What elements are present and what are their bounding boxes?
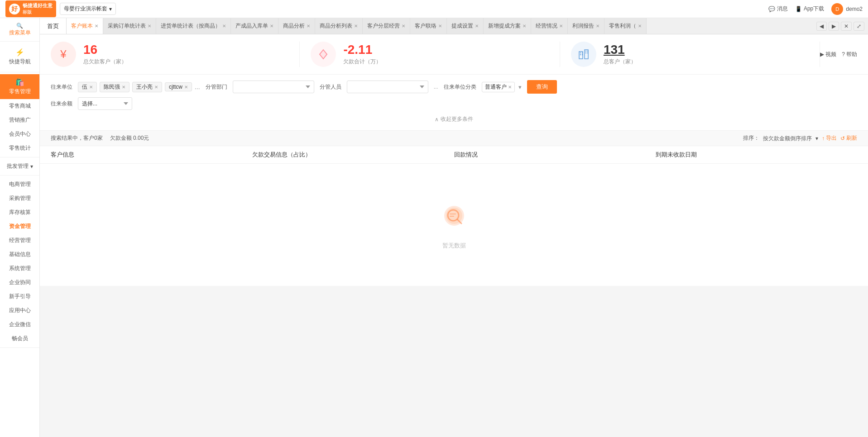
table-empty-state: 暂无数据 — [40, 164, 868, 286]
tab-maximize-btn[interactable]: ⤢ — [854, 22, 864, 31]
unit-tag-more[interactable]: ... — [195, 83, 200, 90]
refresh-icon: ↺ — [840, 135, 845, 142]
unit-tag-wang[interactable]: 王小亮 ✕ — [132, 82, 162, 92]
unit-tag-cjttcw[interactable]: cjttcw ✕ — [165, 82, 192, 91]
dept-filter-select[interactable] — [233, 81, 314, 93]
sidebar-item-basic[interactable]: 基础信息 — [0, 247, 39, 261]
chevron-down-icon[interactable]: ▾ — [518, 84, 522, 90]
sidebar-item-enterprise[interactable]: 企业协同 — [0, 276, 39, 290]
col-repayment: 回款情况 — [454, 151, 656, 159]
tab-customer-contact[interactable]: 客户联络 ✕ — [410, 18, 447, 34]
tag-close-icon[interactable]: ✕ — [184, 85, 188, 90]
message-btn[interactable]: 💬 消息 — [768, 5, 788, 13]
balance-filter-select[interactable]: 选择... — [78, 97, 132, 110]
tab-customer-account[interactable]: 客户账本 ✕ — [67, 18, 103, 34]
svg-rect-4 — [580, 52, 581, 53]
sidebar-item-wechat[interactable]: 企业微信 — [0, 318, 39, 332]
tab-prev-btn[interactable]: ◀ — [816, 22, 827, 31]
unit-class-filter-label: 往来单位分类 — [444, 83, 476, 91]
tab-close-icon[interactable]: ✕ — [148, 24, 151, 28]
sidebar-item-inventory[interactable]: 库存核算 — [0, 205, 39, 219]
tag-close-icon[interactable]: ✕ — [154, 85, 158, 90]
unit-tag-wu[interactable]: 伍 ✕ — [78, 82, 97, 92]
collapse-filter-btn[interactable]: ∧ 收起更多条件 — [51, 114, 857, 125]
tab-profit-report[interactable]: 利润报告 ✕ — [568, 18, 604, 34]
col-customer-info: 客户信息 — [51, 151, 252, 159]
export-button[interactable]: ↑ 导出 — [822, 134, 837, 142]
sidebar-item-zero-retail[interactable]: 🛍️ 零售管理 — [0, 74, 39, 99]
export-icon: ↑ — [822, 135, 825, 142]
tab-close-icon[interactable]: ✕ — [596, 24, 599, 28]
customer-type-tag[interactable]: 普通客户 ✕ — [482, 82, 515, 92]
tab-close-icon[interactable]: ✕ — [638, 24, 642, 28]
sidebar-item-operation[interactable]: 经营管理 — [0, 233, 39, 247]
sidebar-item-quick-nav[interactable]: ⚡ 快捷导航 — [0, 44, 39, 69]
svg-rect-6 — [585, 51, 586, 52]
main-layout: 🔍 搜索菜单 ⚡ 快捷导航 🛍️ 零售管理 零售商城 营销推广 会员中心 — [0, 18, 868, 437]
person-filter-more[interactable]: ... — [434, 84, 438, 90]
customer-type-close-icon[interactable]: ✕ — [508, 85, 512, 90]
tab-biz-situation[interactable]: 经营情况 ✕ — [531, 18, 568, 34]
tab-close-icon[interactable]: ✕ — [559, 24, 563, 28]
filter-area: 往来单位 伍 ✕ 陈民强 ✕ 王小亮 ✕ — [40, 75, 868, 131]
app-download-btn[interactable]: 📱 App下载 — [795, 5, 824, 13]
tab-close-icon[interactable]: ✕ — [354, 24, 358, 28]
chevron-down-icon: ▾ — [815, 135, 818, 142]
tab-commission-setting[interactable]: 提成设置 ✕ — [447, 18, 484, 34]
tab-close-all-btn[interactable]: ✕ — [841, 22, 852, 31]
tab-home[interactable]: 首页 — [40, 18, 67, 34]
empty-text: 暂无数据 — [442, 242, 466, 250]
result-bar: 搜索结果中，客户0家 欠款金额 0.00元 排序： 按欠款金额倒序排序 ▾ ↑ … — [40, 131, 868, 146]
tab-close-icon[interactable]: ✕ — [438, 24, 442, 28]
person-filter-select[interactable] — [347, 81, 428, 93]
tag-close-icon[interactable]: ✕ — [122, 85, 125, 90]
sidebar-item-ecom[interactable]: 电商管理 — [0, 177, 39, 191]
sidebar-item-system[interactable]: 系统管理 — [0, 261, 39, 276]
sidebar-search[interactable]: 🔍 搜索菜单 — [0, 18, 39, 42]
store-selector[interactable]: 母婴行业演示帐套 ▾ — [60, 3, 116, 15]
sidebar-item-zero-stat[interactable]: 零售统计 — [0, 141, 39, 155]
tab-product-analysis-list[interactable]: 商品分析列表 ✕ — [315, 18, 363, 34]
sidebar-item-appstore[interactable]: 应用中心 — [0, 304, 39, 318]
tab-close-icon[interactable]: ✕ — [222, 24, 226, 28]
sidebar-item-member[interactable]: 会员中心 — [0, 127, 39, 141]
tab-close-icon[interactable]: ✕ — [270, 24, 273, 28]
sidebar-item-purchase[interactable]: 采购管理 — [0, 191, 39, 205]
svg-rect-9 — [582, 54, 583, 55]
sidebar-item-batch[interactable]: 批发管理 ▾ — [0, 159, 39, 173]
stat-item-total-customers: 131 总客户（家） — [560, 42, 820, 67]
diamond-icon-svg — [317, 48, 330, 61]
building-icon-svg — [577, 48, 590, 61]
sidebar-item-vip[interactable]: 畅会员 — [0, 332, 39, 346]
sort-select[interactable]: 按欠款金额倒序排序 — [763, 135, 812, 142]
tag-close-icon[interactable]: ✕ — [89, 85, 93, 90]
tab-close-icon[interactable]: ✕ — [95, 24, 98, 28]
page-tools: ▶ 视频 ? 帮助 — [820, 51, 857, 58]
svg-rect-11 — [587, 52, 588, 53]
sidebar-item-marketing[interactable]: 营销推广 — [0, 113, 39, 127]
tab-new-commission[interactable]: 新增提成方案 ✕ — [484, 18, 531, 34]
tab-inbound-stat[interactable]: 进货单统计表（按商品） ✕ — [156, 18, 231, 34]
refresh-button[interactable]: ↺ 刷新 — [840, 134, 857, 142]
video-btn[interactable]: ▶ 视频 — [820, 51, 836, 58]
tab-close-icon[interactable]: ✕ — [307, 24, 310, 28]
tab-customer-tier[interactable]: 客户分层经营 ✕ — [363, 18, 410, 34]
tab-product-inbound[interactable]: 产成品入库单 ✕ — [231, 18, 278, 34]
sidebar-item-zero-mall[interactable]: 零售商城 — [0, 99, 39, 113]
table-container: 客户信息 欠款交易信息（占比） 回款情况 到期未收款日期 — [40, 146, 868, 286]
empty-state-icon — [436, 200, 472, 236]
user-area[interactable]: D demo2 — [831, 3, 863, 15]
tab-retail-profit[interactable]: 零售利润（ ✕ — [604, 18, 647, 34]
sidebar-item-capital[interactable]: 资金管理 — [0, 219, 39, 233]
sidebar-item-newbie[interactable]: 新手引导 — [0, 290, 39, 304]
tab-purchase-order[interactable]: 采购订单统计表 ✕ — [103, 18, 156, 34]
help-btn[interactable]: ? 帮助 — [842, 51, 857, 58]
tab-close-icon[interactable]: ✕ — [402, 24, 405, 28]
tab-next-btn[interactable]: ▶ — [829, 22, 839, 31]
tab-close-icon[interactable]: ✕ — [475, 24, 479, 28]
unit-tag-chen[interactable]: 陈民强 ✕ — [100, 82, 129, 92]
tab-product-analysis[interactable]: 商品分析 ✕ — [278, 18, 315, 34]
dept-filter-label: 分管部门 — [206, 83, 227, 91]
query-button[interactable]: 查询 — [527, 80, 557, 94]
tab-close-icon[interactable]: ✕ — [523, 24, 526, 28]
